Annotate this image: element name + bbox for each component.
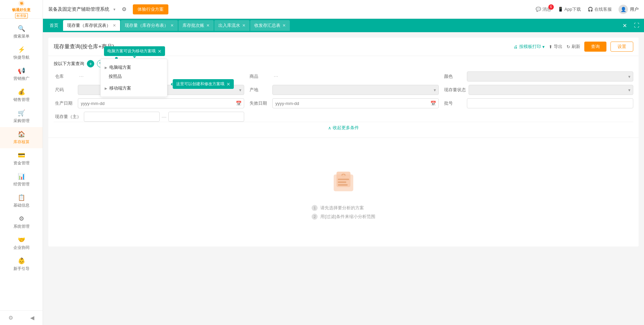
tab-close-inventory-dist[interactable]: ✕ [170, 23, 174, 28]
header-right: 💬 消息 6 📱 App下载 🎧 在线客服 👤 用户 [536, 5, 639, 14]
desktop-scheme-toggle[interactable]: ▶ 电脑端方案 [101, 63, 167, 72]
desktop-scheme-item-1[interactable]: 按照品 [101, 72, 167, 81]
tab-close-inventory-status[interactable]: ✕ [113, 23, 116, 28]
phone-icon: 📱 [558, 7, 563, 12]
sidebar-item-guide[interactable]: 👶 新手引导 [0, 254, 43, 275]
sidebar-item-quicknav[interactable]: ⚡ 快捷导航 [0, 43, 43, 64]
sidebar-item-purchase[interactable]: 🛒 采购管理 [0, 106, 43, 127]
industry-btn[interactable]: 体验行业方案 [133, 4, 168, 14]
expire-date-input[interactable] [272, 98, 439, 108]
settings-bottom-icon[interactable]: ⚙ [8, 315, 13, 321]
online-service-btn[interactable]: 🎧 在线客服 [588, 6, 612, 12]
refresh-btn[interactable]: ↻ 刷新 [567, 44, 580, 50]
app-download-btn[interactable]: 📱 App下载 [558, 6, 581, 12]
tab-close-batch-account[interactable]: ✕ [206, 23, 210, 28]
sidebar-item-base[interactable]: 📋 基础信息 [0, 191, 43, 212]
reset-btn[interactable]: 设置 [610, 42, 633, 52]
add-scheme-btn[interactable]: + [87, 60, 94, 67]
app-download-label: App下载 [565, 6, 581, 12]
create-scheme-tooltip-text: 这里可以创建和修改方案哦 [176, 81, 224, 87]
expire-date-icon: 📅 [430, 101, 436, 106]
logo-tag: 标准版 [15, 13, 28, 18]
tab-close-recv-send-summary[interactable]: ✕ [282, 23, 286, 28]
collapse-bar[interactable]: ∧ 收起更多条件 [54, 122, 633, 133]
print-label: 按模板打印 [519, 44, 541, 50]
finance-icon: 💳 [18, 152, 25, 159]
header-left: 装备及固定资产辅助管理系统 ▾ ⚙ 体验行业方案 [48, 4, 168, 14]
produce-date-icon: 📅 [236, 101, 241, 106]
base-icon: 📋 [18, 194, 25, 201]
purchase-icon: 🛒 [18, 109, 25, 117]
tab-inventory-dist[interactable]: 现存量（库存分布表） ✕ [121, 20, 178, 31]
user-menu[interactable]: 👤 用户 [619, 5, 639, 14]
sidebar-item-management[interactable]: 📊 经营管理 [0, 169, 43, 191]
tab-close-in-out-flow[interactable]: ✕ [242, 23, 246, 28]
batch-input[interactable] [467, 98, 633, 108]
tab-inventory-status[interactable]: 现存量（库存状况表） ✕ [63, 20, 120, 31]
sidebar-item-system[interactable]: ⚙ 系统管理 [0, 212, 43, 233]
sidebar-item-finance[interactable]: 💳 资金管理 [0, 148, 43, 169]
empty-illustration [327, 165, 360, 198]
filter-row-4: 现存量（主） — [55, 112, 633, 122]
size-label: 尺码 [55, 87, 75, 93]
mobile-scheme-group: ▶ 移动端方案 [101, 83, 167, 94]
mobile-scheme-label: 移动端方案 [109, 85, 131, 91]
close-all-tabs-icon[interactable]: ✕ [620, 21, 629, 30]
tab-recv-send-summary[interactable]: 收发存汇总表 ✕ [250, 20, 290, 31]
service-icon: 🎧 [588, 7, 593, 12]
print-btn[interactable]: 🖨 按模板打印 ▾ [514, 44, 545, 50]
messages-btn[interactable]: 💬 消息 6 [536, 6, 551, 12]
empty-tip-2-text: 用[过滤]条件来缩小分析范围 [320, 214, 375, 220]
stock-main-from[interactable] [84, 112, 160, 122]
export-btn[interactable]: ⬆ 导出 [549, 44, 562, 50]
tab-batch-account[interactable]: 库存批次账 ✕ [178, 20, 214, 31]
search-btn[interactable]: 查询 [584, 42, 606, 52]
sidebar-item-enterprise[interactable]: 🤝 企业协同 [0, 233, 43, 254]
logo-text: 畅通好生意 [12, 7, 31, 12]
goods-dots[interactable]: ··· [272, 73, 279, 79]
sidebar-item-sales[interactable]: 💰 销售管理 [0, 85, 43, 106]
svg-rect-4 [338, 179, 349, 180]
collapse-icon: ∧ [328, 125, 331, 130]
mobile-scheme-toggle[interactable]: ▶ 移动端方案 [101, 84, 167, 93]
desktop-scheme-arrow: ▶ [105, 66, 107, 69]
home-tab-label: 首页 [50, 22, 58, 29]
header-settings-icon[interactable]: ⚙ [119, 5, 129, 14]
color-select-wrapper [467, 71, 633, 82]
scheme-tooltip-close[interactable]: ✕ [158, 49, 162, 54]
stock-main-range: — [84, 112, 244, 122]
svg-text:畅: 畅 [20, 2, 23, 5]
sidebar-item-inventory[interactable]: 🏠 库存核算 [0, 127, 43, 148]
inventory-icon: 🏠 [18, 130, 25, 138]
produce-date-label: 生产日期 [55, 100, 75, 106]
page-actions: 🖨 按模板打印 ▾ ⬆ 导出 ↻ 刷新 查询 设置 [514, 42, 633, 52]
produce-date-wrapper: 📅 [78, 98, 244, 108]
create-scheme-tooltip-close[interactable]: ✕ [226, 82, 230, 87]
collapse-sidebar-icon[interactable]: ◀ [30, 315, 34, 321]
stock-main-label: 现存量（主） [55, 114, 81, 120]
range-separator: — [162, 114, 166, 119]
tab-in-out-flow[interactable]: 出入库流水 ✕ [214, 20, 250, 31]
system-dropdown[interactable]: ▾ [113, 7, 115, 12]
svg-rect-6 [338, 184, 347, 185]
color-select[interactable] [467, 71, 633, 82]
top-header: 装备及固定资产辅助管理系统 ▾ ⚙ 体验行业方案 💬 消息 6 📱 App下载 … [43, 0, 644, 19]
stock-status-label: 现存量状态 [444, 87, 466, 93]
scheme-tooltip-text: 电脑方案可设为移动方案哦 [107, 48, 156, 54]
sidebar-item-marketing[interactable]: 📢 营销推广 [0, 64, 43, 85]
warehouse-dots[interactable]: ··· [78, 73, 85, 79]
origin-select[interactable] [272, 85, 439, 95]
fullscreen-icon[interactable]: ⛶ [632, 21, 641, 30]
stock-main-to[interactable] [168, 112, 244, 122]
empty-tip-2: 2 用[过滤]条件来缩小分析范围 [312, 214, 375, 220]
filter-field-stock-status: 现存量状态 [444, 85, 633, 95]
desktop-scheme-group: ▶ 电脑端方案 按照品 [101, 62, 167, 83]
scheme-tooltip: 电脑方案可设为移动方案哦 ✕ [104, 46, 165, 56]
sidebar: 畅 畅通好生意 标准版 🔍 搜索菜单 ⚡ 快捷导航 📢 营销推广 💰 销售管理 … [0, 0, 43, 325]
produce-date-input[interactable] [78, 98, 244, 108]
create-scheme-tooltip: 这里可以创建和修改方案哦 ✕ [173, 79, 234, 89]
sidebar-item-search[interactable]: 🔍 搜索菜单 [0, 21, 43, 43]
online-service-label: 在线客服 [594, 6, 612, 12]
tab-home[interactable]: 首页 [46, 20, 62, 31]
stock-status-select[interactable] [469, 85, 633, 95]
